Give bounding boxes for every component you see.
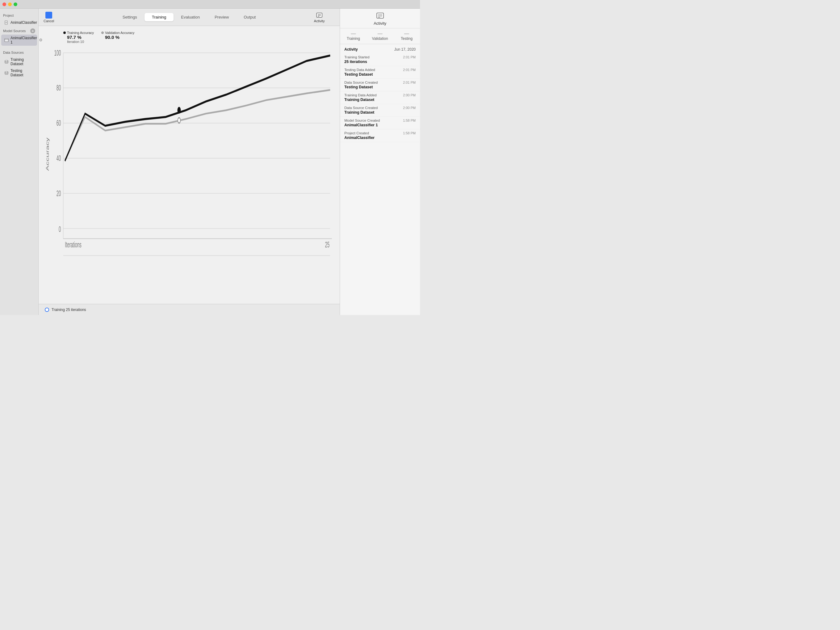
right-panel-activity-icon — [376, 12, 384, 20]
activity-icon-row — [340, 12, 420, 20]
sidebar-item-testing-dataset[interactable]: Testing Dataset — [1, 67, 37, 79]
activity-entry-2: Data Source Created 2:01 PM Testing Data… — [340, 79, 420, 92]
entry-1-time: 2:01 PM — [403, 68, 416, 72]
toolbar-left: Cancel — [44, 12, 74, 23]
add-model-source-button[interactable]: + — [30, 28, 35, 33]
testing-dataset-label: Testing Dataset — [11, 69, 34, 77]
right-tab-testing[interactable]: — Testing — [393, 28, 420, 44]
activity-entry-6: Project Created 1:58 PM AnimalClassifier — [340, 129, 420, 142]
svg-point-28 — [177, 107, 181, 114]
minimize-button[interactable] — [8, 3, 12, 6]
entry-6-name: Project Created — [344, 131, 369, 135]
training-dot — [63, 32, 66, 34]
right-tab-training-label: Training — [341, 36, 365, 41]
svg-text:Accuracy: Accuracy — [45, 137, 49, 171]
nav-tabs: Settings Training Evaluation Preview Out… — [74, 13, 304, 21]
activity-panel-toggle[interactable]: Activity — [304, 12, 335, 23]
right-tab-validation[interactable]: — Validation — [366, 28, 393, 44]
svg-point-7 — [5, 71, 8, 73]
activity-date-label: Activity — [344, 47, 358, 52]
entry-3-name: Training Data Added — [344, 93, 376, 97]
right-tab-testing-label: Testing — [395, 36, 419, 41]
entry-3-value: Training Dataset — [344, 98, 416, 102]
right-panel: Activity — Training — Validation — Testi… — [340, 9, 420, 315]
traffic-lights — [3, 3, 17, 6]
entry-2-name: Data Source Created — [344, 81, 378, 84]
dataset-icon — [4, 60, 9, 64]
iteration-label: Iteration 10 — [67, 40, 94, 44]
tab-preview[interactable]: Preview — [207, 13, 236, 21]
svg-text:Iterations: Iterations — [65, 240, 82, 249]
entry-1-name: Testing Data Added — [344, 68, 375, 72]
main-layout: Project AnimalClassifier Model Sources +… — [0, 9, 420, 315]
entry-5-name: Model Source Created — [344, 118, 380, 122]
training-dataset-label: Training Dataset — [11, 57, 34, 66]
activity-log: Activity Jun 17, 2020 Training Started 2… — [340, 44, 420, 315]
status-dot-icon — [45, 308, 49, 312]
status-bar: Training 25 iterations — [39, 304, 340, 315]
project-label: Project — [0, 13, 38, 19]
document-icon — [4, 21, 9, 25]
entry-5-value: AnimalClassifier 1 — [344, 123, 416, 127]
chart-svg: 100 80 60 40 20 0 Accuracy Iterations 25 — [45, 46, 333, 289]
entry-2-value: Testing Dataset — [344, 85, 416, 89]
cancel-button[interactable]: Cancel — [44, 12, 54, 23]
svg-text:40: 40 — [57, 153, 61, 163]
activity-icon — [316, 12, 323, 19]
toolbar: Cancel Settings Training Evaluation Prev… — [39, 9, 340, 26]
activity-entry-3: Training Data Added 2:00 PM Training Dat… — [340, 92, 420, 104]
sidebar-item-project[interactable]: AnimalClassifier — [1, 19, 37, 26]
model-sources-label: Model Sources — [3, 29, 30, 33]
chart-wrapper: 100 80 60 40 20 0 Accuracy Iterations 25 — [45, 46, 333, 289]
activity-date-header: Activity Jun 17, 2020 — [340, 44, 420, 54]
model-sources-header: Model Sources + — [0, 26, 38, 35]
entry-6-time: 1:58 PM — [403, 131, 416, 135]
cancel-label: Cancel — [44, 19, 54, 23]
activity-entry-5: Model Source Created 1:58 PM AnimalClass… — [340, 117, 420, 129]
status-text: Training 25 iterations — [52, 308, 86, 312]
sidebar-item-training-dataset[interactable]: Training Dataset — [1, 56, 37, 67]
model-source-item-label: AnimalClassifier 1 — [11, 36, 37, 44]
validation-accuracy-value: 90.0 % — [105, 35, 134, 40]
close-button[interactable] — [3, 3, 6, 6]
chart-legend: Training Accuracy 97.7 % Iteration 10 Va… — [63, 31, 333, 44]
tab-output[interactable]: Output — [236, 13, 263, 21]
entry-0-time: 2:01 PM — [403, 55, 416, 59]
right-tab-training[interactable]: — Training — [340, 28, 366, 44]
cancel-square-icon — [46, 12, 52, 19]
validation-accuracy-label: Validation Accuracy — [105, 31, 134, 35]
right-panel-activity-title: Activity — [340, 21, 420, 25]
maximize-button[interactable] — [14, 3, 17, 6]
activity-entry-0: Training Started 2:01 PM 25 iterations — [340, 54, 420, 66]
svg-point-6 — [5, 60, 8, 62]
svg-text:60: 60 — [57, 118, 61, 127]
sidebar-item-animal-classifier[interactable]: AnimalClassifier 1 ⚙ — [1, 35, 37, 46]
svg-rect-4 — [5, 39, 8, 42]
dataset-icon-2 — [4, 71, 9, 75]
svg-rect-8 — [317, 13, 322, 17]
tab-evaluation[interactable]: Evaluation — [174, 13, 207, 21]
activity-label: Activity — [314, 19, 325, 23]
svg-text:100: 100 — [54, 48, 61, 57]
activity-entry-4: Data Source Created 2:00 PM Training Dat… — [340, 104, 420, 117]
entry-0-name: Training Started — [344, 55, 369, 59]
right-panel-header: Activity — Training — Validation — Testi… — [340, 9, 420, 44]
activity-date-value: Jun 17, 2020 — [395, 47, 416, 52]
training-accuracy-label: Training Accuracy — [67, 31, 94, 35]
tab-settings[interactable]: Settings — [115, 13, 145, 21]
entry-3-time: 2:00 PM — [403, 93, 416, 97]
project-name: AnimalClassifier — [11, 21, 37, 25]
activity-entry-1: Testing Data Added 2:01 PM Testing Datas… — [340, 66, 420, 79]
entry-1-value: Testing Dataset — [344, 72, 416, 77]
validation-dot — [101, 32, 104, 34]
svg-text:0: 0 — [59, 224, 61, 234]
right-panel-tabs: — Training — Validation — Testing — [340, 28, 420, 44]
svg-point-29 — [178, 118, 181, 123]
titlebar — [0, 0, 420, 9]
svg-text:80: 80 — [57, 83, 61, 92]
content-area: Cancel Settings Training Evaluation Prev… — [39, 9, 340, 315]
entry-4-name: Data Source Created — [344, 106, 378, 110]
entry-5-time: 1:58 PM — [403, 118, 416, 122]
tab-training[interactable]: Training — [145, 13, 174, 21]
validation-accuracy-legend: Validation Accuracy 90.0 % — [101, 31, 134, 44]
